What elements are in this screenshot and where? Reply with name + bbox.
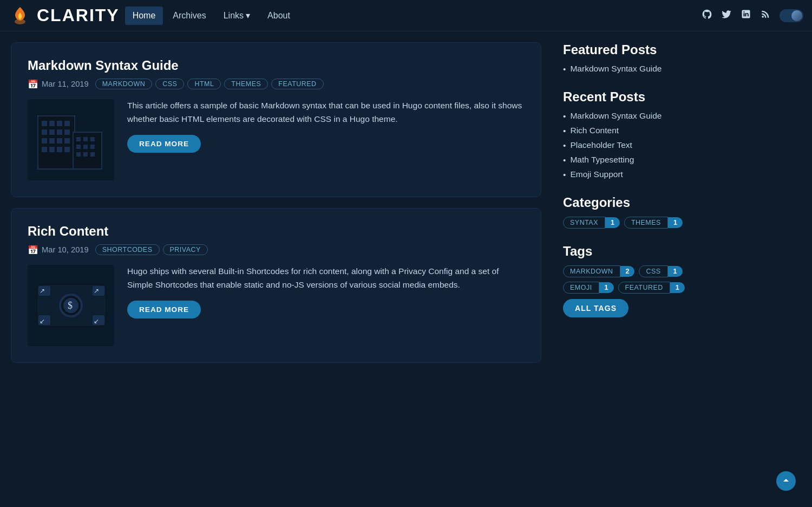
main-container: Markdown Syntax Guide 📅 Mar 11, 2019 MAR…	[0, 31, 812, 374]
navbar: CLARITY Home Archives Links ▾ About	[0, 0, 812, 31]
recent-post-item-3: Placeholder Text	[563, 140, 693, 151]
tag-shortcodes[interactable]: SHORTCODES	[95, 244, 160, 255]
flame-icon	[9, 4, 31, 27]
svg-rect-29	[90, 152, 95, 157]
calendar-icon: 📅	[28, 79, 38, 89]
svg-text:↗: ↗	[40, 287, 45, 295]
svg-rect-28	[83, 152, 88, 157]
post-body-1: This article offers a sample of basic Ma…	[28, 99, 525, 180]
tag-emoji-badge[interactable]: EMOJI 1	[563, 282, 614, 294]
post-date-1: 📅 Mar 11, 2019	[28, 79, 89, 89]
svg-rect-25	[83, 145, 88, 149]
tag-markdown-count: 2	[620, 266, 635, 277]
tag-featured-count: 1	[670, 282, 685, 293]
tag-css[interactable]: CSS	[155, 79, 184, 89]
tag-featured[interactable]: FEATURED	[271, 79, 323, 89]
svg-rect-18	[64, 147, 70, 152]
featured-post-item-1: Markdown Syntax Guide	[563, 64, 693, 74]
recent-post-link-4[interactable]: Math Typesetting	[570, 155, 634, 165]
svg-rect-7	[42, 129, 47, 135]
svg-rect-12	[49, 138, 55, 144]
svg-rect-5	[57, 121, 62, 126]
theme-toggle[interactable]	[780, 9, 803, 22]
tag-themes[interactable]: THEMES	[224, 79, 268, 89]
svg-text:↗: ↗	[94, 287, 99, 295]
tag-css-label: CSS	[639, 265, 667, 277]
recent-post-link-3[interactable]: Placeholder Text	[570, 140, 632, 150]
svg-rect-9	[57, 129, 62, 135]
svg-rect-22	[83, 137, 88, 141]
tag-emoji-label: EMOJI	[563, 282, 599, 294]
svg-rect-13	[57, 138, 62, 144]
featured-post-link-1[interactable]: Markdown Syntax Guide	[570, 64, 662, 74]
nav-links-dropdown[interactable]: Links ▾	[216, 6, 258, 25]
post-meta-1: 📅 Mar 11, 2019 MARKDOWN CSS HTML THEMES …	[28, 79, 525, 89]
post-title-1: Markdown Syntax Guide	[28, 58, 525, 73]
category-syntax-label: SYNTAX	[563, 217, 605, 229]
post-excerpt-1: This article offers a sample of basic Ma…	[127, 99, 525, 126]
svg-rect-23	[90, 137, 95, 141]
post-thumbnail-2: $ ↗ ↗ ↙ ↙	[28, 265, 114, 346]
recent-posts-section: Recent Posts Markdown Syntax Guide Rich …	[563, 89, 693, 180]
read-more-btn-1[interactable]: READ MORE	[127, 135, 201, 153]
post-content-2: Hugo ships with several Built-in Shortco…	[127, 265, 525, 318]
post-title-2: Rich Content	[28, 224, 525, 239]
svg-rect-27	[76, 152, 81, 157]
tags-heading: Tags	[563, 244, 693, 259]
tag-css-badge[interactable]: CSS 1	[639, 265, 682, 277]
content-area: Markdown Syntax Guide 📅 Mar 11, 2019 MAR…	[11, 42, 541, 363]
tag-emoji-count: 1	[599, 282, 614, 293]
svg-rect-21	[76, 137, 81, 141]
tag-featured-badge[interactable]: FEATURED 1	[618, 282, 685, 294]
category-themes[interactable]: THEMES 1	[624, 217, 683, 229]
twitter-icon[interactable]	[721, 9, 732, 22]
svg-rect-3	[42, 121, 47, 126]
rss-icon[interactable]	[760, 9, 771, 22]
tag-markdown-badge[interactable]: MARKDOWN 2	[563, 265, 634, 277]
recent-post-item-4: Math Typesetting	[563, 155, 693, 165]
svg-rect-16	[49, 147, 55, 152]
featured-posts-heading: Featured Posts	[563, 42, 693, 57]
recent-posts-heading: Recent Posts	[563, 89, 693, 105]
category-themes-count: 1	[668, 217, 683, 228]
recent-posts-list: Markdown Syntax Guide Rich Content Place…	[563, 111, 693, 180]
featured-posts-list: Markdown Syntax Guide	[563, 64, 693, 74]
recent-post-link-2[interactable]: Rich Content	[570, 126, 619, 135]
read-more-btn-2[interactable]: READ MORE	[127, 301, 201, 318]
categories-heading: Categories	[563, 195, 693, 210]
svg-rect-10	[64, 129, 70, 135]
calendar-icon-2: 📅	[28, 245, 38, 255]
tag-html[interactable]: HTML	[187, 79, 221, 89]
category-syntax[interactable]: SYNTAX 1	[563, 217, 620, 229]
featured-posts-section: Featured Posts Markdown Syntax Guide	[563, 42, 693, 74]
nav-archives[interactable]: Archives	[165, 6, 213, 25]
svg-rect-15	[42, 147, 47, 152]
recent-post-link-5[interactable]: Emoji Support	[570, 170, 623, 179]
categories-section: Categories SYNTAX 1 THEMES 1	[563, 195, 693, 229]
tag-featured-label: FEATURED	[618, 282, 670, 294]
recent-post-item-2: Rich Content	[563, 126, 693, 136]
nav-home[interactable]: Home	[125, 6, 163, 25]
svg-text:$: $	[68, 300, 73, 311]
github-icon[interactable]	[702, 9, 712, 22]
chevron-down-icon: ▾	[246, 10, 250, 21]
tag-markdown[interactable]: MARKDOWN	[95, 79, 153, 89]
svg-rect-4	[49, 121, 55, 126]
svg-rect-17	[57, 147, 62, 152]
tag-css-count: 1	[668, 266, 683, 277]
all-tags-button[interactable]: ALL TAGS	[563, 299, 628, 317]
svg-text:↙: ↙	[94, 317, 99, 325]
nav-right	[702, 9, 803, 22]
recent-post-link-1[interactable]: Markdown Syntax Guide	[570, 111, 662, 121]
post-card-2: Rich Content 📅 Mar 10, 2019 SHORTCODES P…	[11, 208, 541, 363]
scroll-to-top-button[interactable]	[776, 471, 796, 491]
recent-post-item-5: Emoji Support	[563, 170, 693, 180]
svg-rect-14	[64, 138, 70, 144]
post-tags-2: SHORTCODES PRIVACY	[95, 244, 208, 255]
linkedin-icon[interactable]	[741, 9, 751, 22]
post-date-2: 📅 Mar 10, 2019	[28, 245, 89, 255]
nav-about[interactable]: About	[260, 6, 298, 25]
brand[interactable]: CLARITY	[9, 4, 120, 27]
recent-post-item-1: Markdown Syntax Guide	[563, 111, 693, 121]
tag-privacy[interactable]: PRIVACY	[163, 244, 208, 255]
